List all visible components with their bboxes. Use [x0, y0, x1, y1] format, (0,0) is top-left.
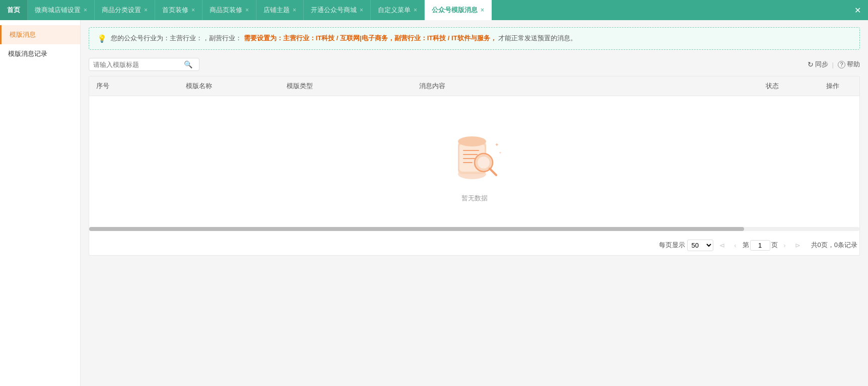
- col-header-content: 消息内容: [412, 76, 759, 96]
- svg-point-3: [458, 136, 486, 146]
- empty-text: 暂无数据: [461, 194, 488, 203]
- tab-template-message-label: 公众号模版消息: [432, 6, 478, 15]
- tab-category-settings-label: 商品分类设置: [102, 6, 141, 15]
- help-icon: ?: [838, 61, 845, 68]
- help-button[interactable]: ? 帮助: [838, 60, 860, 69]
- page-size-select: 每页显示 50 10 20 100: [659, 240, 713, 251]
- sidebar: 模版消息 模版消息记录: [0, 20, 81, 386]
- tab-custom-menu-close[interactable]: ×: [414, 7, 417, 14]
- page-unit: 页: [771, 241, 778, 250]
- next-page-button[interactable]: ›: [779, 239, 791, 251]
- svg-line-10: [490, 169, 496, 175]
- empty-state: ✦ ✦ 暂无数据: [89, 96, 859, 223]
- page-label: 第: [743, 241, 749, 250]
- horizontal-scrollbar[interactable]: [89, 227, 859, 231]
- tab-bar: 首页 微商城店铺设置 × 商品分类设置 × 首页装修 × 商品页装修 × 店铺主…: [0, 0, 868, 20]
- tab-category-settings[interactable]: 商品分类设置 ×: [95, 0, 155, 20]
- col-header-action: 操作: [819, 76, 859, 96]
- empty-row: ✦ ✦ 暂无数据: [89, 96, 859, 223]
- table-body: ✦ ✦ 暂无数据: [89, 96, 859, 223]
- total-text: 共0页，0条记录: [811, 241, 857, 250]
- tab-shop-theme-close[interactable]: ×: [293, 7, 296, 14]
- last-page-button[interactable]: ⊳: [792, 239, 804, 251]
- scrollbar-thumb[interactable]: [89, 227, 744, 231]
- notice-text: 您的公众号行业为：主营行业：，副营行业： 需要设置为：主营行业：IT科技 / 互…: [111, 34, 577, 43]
- tab-template-message[interactable]: 公众号模版消息 ×: [425, 0, 492, 20]
- tab-bar-close-all[interactable]: ✕: [847, 0, 868, 20]
- search-box: 🔍: [89, 58, 199, 71]
- tab-custom-menu[interactable]: 自定义菜单 ×: [371, 0, 425, 20]
- tab-product-decoration[interactable]: 商品页装修 ×: [203, 0, 256, 20]
- svg-point-9: [478, 157, 490, 169]
- tab-open-mall-close[interactable]: ×: [360, 7, 363, 14]
- tab-store-settings-close[interactable]: ×: [84, 7, 87, 14]
- col-header-seq: 序号: [89, 76, 179, 96]
- page-nav: ⊲ ‹ 第 页 › ⊳: [716, 239, 804, 251]
- tab-store-settings[interactable]: 微商城店铺设置 ×: [28, 0, 95, 20]
- sync-label: 同步: [815, 60, 828, 69]
- col-header-name: 模版名称: [179, 76, 280, 96]
- sidebar-item-template-message[interactable]: 模版消息: [0, 25, 80, 44]
- main-layout: 模版消息 模版消息记录 💡 您的公众号行业为：主营行业：，副营行业： 需要设置为…: [0, 20, 868, 386]
- notice-text2: 才能正常发送预置的消息。: [498, 34, 577, 42]
- per-page-dropdown[interactable]: 50 10 20 100: [687, 240, 713, 251]
- first-page-button[interactable]: ⊲: [716, 239, 728, 251]
- table-header-row: 序号 模版名称 模版类型 消息内容 状态: [89, 76, 859, 96]
- notice-icon: 💡: [97, 34, 107, 43]
- col-header-type: 模版类型: [280, 76, 412, 96]
- data-table-container: 序号 模版名称 模版类型 消息内容 状态: [89, 76, 860, 256]
- tab-custom-menu-label: 自定义菜单: [378, 6, 411, 15]
- tab-home[interactable]: 首页: [0, 0, 28, 20]
- per-page-label: 每页显示: [659, 241, 685, 250]
- tab-template-message-close[interactable]: ×: [481, 7, 484, 14]
- data-table: 序号 模版名称 模版类型 消息内容 状态: [89, 76, 859, 223]
- tab-home-label: 首页: [7, 6, 20, 15]
- notice-highlight: 需要设置为：主营行业：IT科技 / 互联网|电子商务，副营行业：IT科技 / I…: [244, 34, 497, 42]
- sidebar-item-template-record[interactable]: 模版消息记录: [0, 44, 80, 63]
- tab-homepage-decoration-label: 首页装修: [162, 6, 188, 15]
- toolbar-right: ↻ 同步 | ? 帮助: [808, 60, 860, 69]
- content-area: 💡 您的公众号行业为：主营行业：，副营行业： 需要设置为：主营行业：IT科技 /…: [81, 20, 868, 386]
- search-icon[interactable]: 🔍: [184, 60, 192, 68]
- sync-icon: ↻: [808, 60, 814, 68]
- svg-text:✦: ✦: [499, 151, 502, 155]
- search-input[interactable]: [93, 61, 184, 68]
- prev-page-button[interactable]: ‹: [729, 239, 742, 251]
- col-header-status: 状态: [759, 76, 819, 96]
- toolbar-divider: |: [832, 61, 834, 68]
- tab-homepage-decoration-close[interactable]: ×: [191, 7, 195, 14]
- sync-button[interactable]: ↻ 同步: [808, 60, 828, 69]
- tab-shop-theme[interactable]: 店铺主题 ×: [256, 0, 304, 20]
- svg-text:✦: ✦: [495, 142, 499, 147]
- pagination: 每页显示 50 10 20 100 ⊲ ‹ 第 页 › ⊳: [89, 235, 859, 255]
- tab-open-mall[interactable]: 开通公众号商城 ×: [304, 0, 371, 20]
- notice-box: 💡 您的公众号行业为：主营行业：，副营行业： 需要设置为：主营行业：IT科技 /…: [89, 27, 860, 50]
- help-label: 帮助: [847, 60, 860, 69]
- tab-category-settings-close[interactable]: ×: [144, 7, 148, 14]
- page-number-input[interactable]: [750, 240, 770, 251]
- tab-shop-theme-label: 店铺主题: [263, 6, 290, 15]
- tab-store-settings-label: 微商城店铺设置: [35, 6, 81, 15]
- toolbar: 🔍 ↻ 同步 | ? 帮助: [89, 58, 860, 71]
- tab-product-decoration-close[interactable]: ×: [245, 7, 249, 14]
- empty-illustration: ✦ ✦: [444, 126, 505, 187]
- tab-open-mall-label: 开通公众号商城: [311, 6, 357, 15]
- sidebar-item-template-record-label: 模版消息记录: [8, 50, 47, 57]
- tab-product-decoration-label: 商品页装修: [210, 6, 242, 15]
- notice-text1: 您的公众号行业为：主营行业：，副营行业：: [111, 34, 242, 42]
- tab-homepage-decoration[interactable]: 首页装修 ×: [155, 0, 203, 20]
- sidebar-item-template-message-label: 模版消息: [10, 31, 36, 38]
